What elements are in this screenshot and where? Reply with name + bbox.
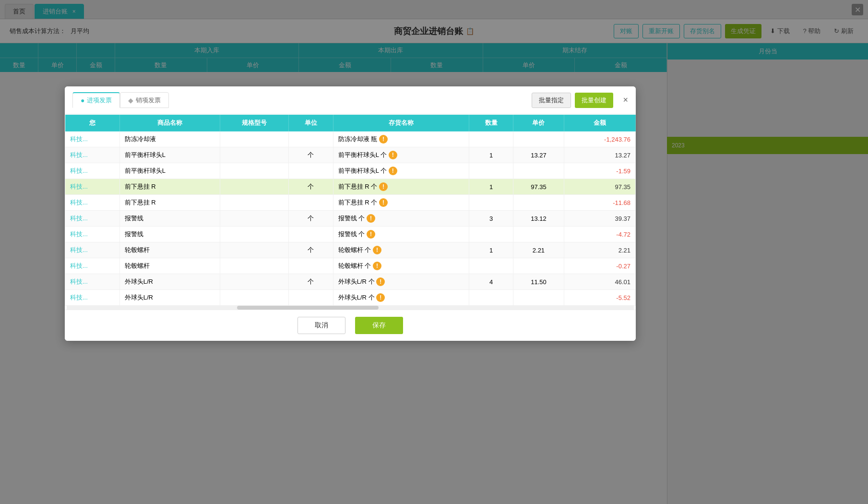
modal-header-actions: 批量指定 批量创建 × bbox=[532, 93, 628, 108]
modal-table-wrapper: 您 商品名称 规格型号 单位 存货名称 数量 单价 金额 科技... 防冻冷却液… bbox=[65, 114, 636, 306]
warning-icon: ! bbox=[376, 293, 385, 302]
batch-assign-button[interactable]: 批量指定 bbox=[532, 93, 571, 108]
cell-supplier: 科技... bbox=[65, 274, 120, 290]
cell-quantity bbox=[469, 132, 513, 147]
cell-inventory: 前平衡杆球头L 个 ! bbox=[333, 147, 469, 163]
cell-product: 防冻冷却液 bbox=[119, 132, 220, 147]
warning-icon: ! bbox=[373, 262, 381, 270]
cell-spec bbox=[220, 290, 289, 306]
warning-icon: ! bbox=[367, 214, 375, 223]
tab-invoice-out[interactable]: ◆ 销项发票 bbox=[120, 92, 169, 108]
cell-unit bbox=[289, 258, 333, 274]
invoice-out-icon: ◆ bbox=[128, 96, 133, 104]
cell-supplier: 科技... bbox=[65, 132, 120, 147]
tab-invoice-in[interactable]: ● 进项发票 bbox=[72, 92, 120, 108]
cell-inventory: 报警线 个 ! bbox=[333, 227, 469, 242]
cell-supplier: 科技... bbox=[65, 179, 120, 195]
cell-inventory: 轮毂螺杆 个 ! bbox=[333, 258, 469, 274]
cell-spec bbox=[220, 211, 289, 227]
cell-quantity: 4 bbox=[469, 274, 513, 290]
cell-supplier: 科技... bbox=[65, 242, 120, 258]
col-header-spec: 规格型号 bbox=[220, 115, 289, 132]
cell-amount: -5.52 bbox=[564, 290, 635, 306]
warning-icon: ! bbox=[367, 230, 375, 239]
cell-inventory: 前下悬挂 R 个 ! bbox=[333, 179, 469, 195]
modal-dialog: ● 进项发票 ◆ 销项发票 批量指定 批量创建 × 您 商品名称 规格型号 单位 bbox=[65, 86, 636, 341]
cell-unit: 个 bbox=[289, 274, 333, 290]
cell-unitprice: 11.50 bbox=[513, 274, 564, 290]
cell-spec bbox=[220, 258, 289, 274]
cell-amount: 46.01 bbox=[564, 274, 635, 290]
warning-icon: ! bbox=[379, 198, 388, 207]
cell-product: 报警线 bbox=[119, 211, 220, 227]
cell-unitprice bbox=[513, 290, 564, 306]
save-button[interactable]: 保存 bbox=[355, 317, 403, 334]
cell-amount: -1,243.76 bbox=[564, 132, 635, 147]
col-header-inventory: 存货名称 bbox=[333, 115, 469, 132]
cell-unit bbox=[289, 163, 333, 179]
warning-icon: ! bbox=[389, 167, 397, 175]
cell-unitprice: 97.35 bbox=[513, 179, 564, 195]
table-header-row: 您 商品名称 规格型号 单位 存货名称 数量 单价 金额 bbox=[65, 115, 636, 132]
col-header-quantity: 数量 bbox=[469, 115, 513, 132]
cell-product: 前平衡杆球头L bbox=[119, 147, 220, 163]
cell-unit bbox=[289, 132, 333, 147]
col-header-product: 商品名称 bbox=[119, 115, 220, 132]
cell-quantity bbox=[469, 195, 513, 211]
cell-product: 外球头L/R bbox=[119, 290, 220, 306]
cell-spec bbox=[220, 179, 289, 195]
cell-unit bbox=[289, 195, 333, 211]
modal-tabs: ● 进项发票 ◆ 销项发票 bbox=[72, 92, 169, 108]
cell-spec bbox=[220, 147, 289, 163]
col-header-unit: 单位 bbox=[289, 115, 333, 132]
cell-supplier: 科技... bbox=[65, 211, 120, 227]
table-row: 科技... 前下悬挂 R 前下悬挂 R 个 ! -11.68 bbox=[65, 195, 636, 211]
cell-inventory: 防冻冷却液 瓶 ! bbox=[333, 132, 469, 147]
cell-quantity bbox=[469, 227, 513, 242]
cell-amount: 97.35 bbox=[564, 179, 635, 195]
cell-unitprice bbox=[513, 163, 564, 179]
cell-unitprice: 13.27 bbox=[513, 147, 564, 163]
batch-create-button[interactable]: 批量创建 bbox=[575, 93, 613, 108]
cell-spec bbox=[220, 163, 289, 179]
modal-close-button[interactable]: × bbox=[623, 93, 628, 108]
warning-icon: ! bbox=[376, 277, 385, 286]
table-row: 科技... 前平衡杆球头L 个 前平衡杆球头L 个 ! 1 13.27 13.2… bbox=[65, 147, 636, 163]
cell-supplier: 科技... bbox=[65, 258, 120, 274]
cell-supplier: 科技... bbox=[65, 147, 120, 163]
table-row: 科技... 轮毂螺杆 轮毂螺杆 个 ! -0.27 bbox=[65, 258, 636, 274]
modal-scrollbar[interactable] bbox=[67, 306, 634, 310]
cell-inventory: 前下悬挂 R 个 ! bbox=[333, 195, 469, 211]
col-header-supplier: 您 bbox=[65, 115, 120, 132]
cell-unit bbox=[289, 290, 333, 306]
cell-amount: 2.21 bbox=[564, 242, 635, 258]
cell-spec bbox=[220, 195, 289, 211]
cell-unitprice: 13.12 bbox=[513, 211, 564, 227]
scrollbar-thumb bbox=[237, 306, 379, 310]
cell-unitprice: 2.21 bbox=[513, 242, 564, 258]
cell-unitprice bbox=[513, 227, 564, 242]
table-row: 科技... 轮毂螺杆 个 轮毂螺杆 个 ! 1 2.21 2.21 bbox=[65, 242, 636, 258]
modal-table-body: 科技... 防冻冷却液 防冻冷却液 瓶 ! -1,243.76 科技... 前平… bbox=[65, 132, 636, 306]
cell-amount: -0.27 bbox=[564, 258, 635, 274]
cell-inventory: 外球头L/R 个 ! bbox=[333, 290, 469, 306]
table-row: 科技... 前平衡杆球头L 前平衡杆球头L 个 ! -1.59 bbox=[65, 163, 636, 179]
col-header-unitprice: 单价 bbox=[513, 115, 564, 132]
cell-inventory: 前平衡杆球头L 个 ! bbox=[333, 163, 469, 179]
cell-supplier: 科技... bbox=[65, 227, 120, 242]
cell-unitprice bbox=[513, 132, 564, 147]
cell-spec bbox=[220, 242, 289, 258]
cancel-button[interactable]: 取消 bbox=[297, 317, 345, 334]
cell-product: 外球头L/R bbox=[119, 274, 220, 290]
cell-supplier: 科技... bbox=[65, 290, 120, 306]
cell-inventory: 轮毂螺杆 个 ! bbox=[333, 242, 469, 258]
cell-quantity bbox=[469, 163, 513, 179]
modal-header: ● 进项发票 ◆ 销项发票 批量指定 批量创建 × bbox=[65, 86, 636, 114]
cell-spec bbox=[220, 274, 289, 290]
cell-inventory: 外球头L/R 个 ! bbox=[333, 274, 469, 290]
cell-supplier: 科技... bbox=[65, 163, 120, 179]
cell-unit: 个 bbox=[289, 179, 333, 195]
cell-product: 前下悬挂 R bbox=[119, 179, 220, 195]
table-row: 科技... 外球头L/R 外球头L/R 个 ! -5.52 bbox=[65, 290, 636, 306]
warning-icon: ! bbox=[389, 151, 397, 159]
